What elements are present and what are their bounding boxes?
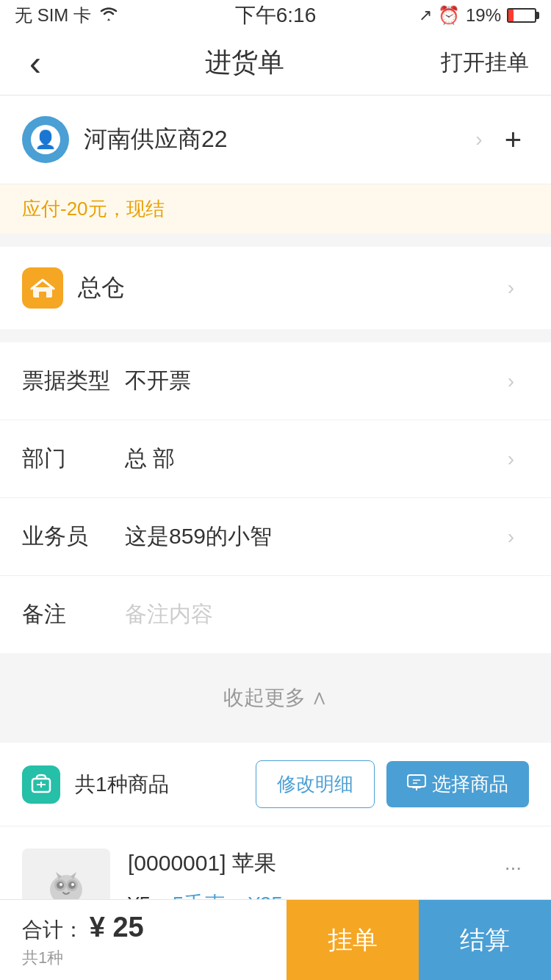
svg-point-17 (71, 883, 74, 886)
products-count: 共1种商品 (75, 771, 256, 799)
department-value: 总 部 (125, 444, 508, 474)
warehouse-icon (22, 267, 63, 309)
select-product-label: 选择商品 (432, 771, 508, 797)
settle-button[interactable]: 结算 (419, 900, 551, 981)
warehouse-name: 总仓 (78, 272, 508, 304)
open-hang-button[interactable]: 打开挂单 (441, 48, 529, 78)
department-chevron-icon: › (508, 447, 514, 471)
svg-point-16 (60, 883, 62, 886)
svg-rect-5 (408, 775, 425, 787)
status-bar-time: 下午6:16 (235, 1, 317, 29)
alarm-icon: ⏰ (438, 5, 460, 26)
department-label: 部门 (22, 444, 125, 474)
total-label: 合计： (22, 918, 84, 941)
supplier-notice: 应付-20元，现结 (0, 184, 551, 234)
supplier-chevron-icon: › (475, 128, 482, 151)
status-bar-left: 无 SIM 卡 (15, 4, 119, 27)
svg-rect-1 (39, 292, 46, 298)
carrier-text: 无 SIM 卡 (15, 4, 91, 27)
remark-label: 备注 (22, 599, 125, 630)
products-icon (22, 765, 60, 804)
form-section: 票据类型 不开票 › 部门 总 部 › 业务员 这是859的小智 › 备注 备注… (0, 342, 551, 653)
product-name: [0000001] 苹果 (128, 849, 497, 879)
ticket-type-value: 不开票 (125, 366, 508, 396)
battery-icon (507, 8, 536, 23)
hang-button[interactable]: 挂单 (287, 900, 419, 981)
wifi-icon (98, 5, 119, 26)
location-icon: ↗ (419, 6, 432, 25)
salesperson-value: 这是859的小智 (125, 522, 508, 552)
status-bar: 无 SIM 卡 下午6:16 ↗ ⏰ 19% (0, 0, 551, 31)
select-product-icon (407, 773, 426, 796)
supplier-avatar-icon: 👤 (31, 125, 60, 154)
warehouse-row[interactable]: 总仓 › (0, 247, 551, 329)
bottom-bar: 合计： ¥ 25 共1种 挂单 结算 (0, 899, 551, 980)
product-more-button[interactable]: ··· (497, 849, 529, 887)
back-button[interactable]: ‹ (22, 35, 48, 90)
warehouse-chevron-icon: › (508, 276, 514, 300)
separator (0, 729, 551, 743)
ticket-type-label: 票据类型 (22, 366, 125, 396)
salesperson-row[interactable]: 业务员 这是859的小智 › (0, 498, 551, 576)
content: 👤 河南供应商22 › + 应付-20元，现结 总仓 › 票据类型 不开票 › … (0, 96, 551, 980)
remark-row[interactable]: 备注 备注内容 (0, 576, 551, 653)
ticket-type-row[interactable]: 票据类型 不开票 › (0, 342, 551, 420)
select-product-button[interactable]: 选择商品 (386, 761, 529, 807)
supplier-avatar: 👤 (22, 116, 69, 163)
department-row[interactable]: 部门 总 部 › (0, 420, 551, 498)
page-title: 进货单 (205, 45, 284, 81)
nav-bar: ‹ 进货单 打开挂单 (0, 31, 551, 96)
salesperson-label: 业务员 (22, 522, 125, 552)
edit-detail-button[interactable]: 修改明细 (256, 760, 375, 808)
supplier-row[interactable]: 👤 河南供应商22 › + (0, 96, 551, 184)
supplier-name: 河南供应商22 (84, 123, 475, 156)
products-header: 共1种商品 修改明细 选择商品 (0, 743, 551, 826)
total-amount: ¥ 25 (90, 912, 144, 943)
status-bar-right: ↗ ⏰ 19% (419, 5, 536, 26)
supplier-section: 👤 河南供应商22 › + 应付-20元，现结 (0, 96, 551, 234)
remark-input[interactable]: 备注内容 (125, 599, 529, 630)
collapse-bar[interactable]: 收起更多 ∧ (0, 666, 551, 729)
bottom-total: 合计： ¥ 25 共1种 (0, 912, 287, 969)
total-count: 共1种 (22, 947, 264, 969)
ticket-type-chevron-icon: › (508, 370, 514, 393)
bottom-total-line: 合计： ¥ 25 (22, 912, 264, 944)
battery-percent: 19% (466, 5, 501, 26)
product-title: 苹果 (232, 851, 276, 875)
product-code: [0000001] (128, 851, 232, 875)
salesperson-chevron-icon: › (508, 525, 514, 549)
add-button[interactable]: + (497, 123, 529, 156)
